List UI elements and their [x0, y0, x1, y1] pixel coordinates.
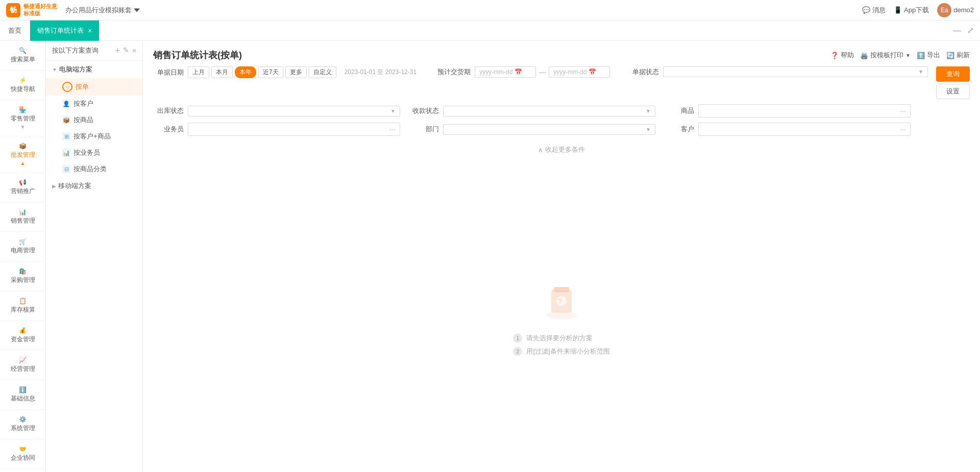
export-icon: ⬆️	[917, 52, 925, 59]
content-area: 按以下方案查询 + ✎ « ▼ 电脑端方案 ○ 按单	[46, 41, 980, 472]
export-btn[interactable]: ⬆️ 导出	[917, 51, 940, 60]
expected-date-label: 预计交货期	[435, 67, 471, 77]
dept-select[interactable]: ▼	[443, 124, 655, 135]
tab-home[interactable]: 首页	[0, 20, 30, 41]
purchase-icon: 🛍️	[19, 268, 27, 275]
scheme-item-by-customer[interactable]: 👤 按客户	[46, 96, 142, 112]
refresh-btn[interactable]: 🔄 刷新	[946, 51, 970, 60]
filter-customer-item: 客户 ···	[664, 123, 911, 136]
filter-section: 单据日期 上月 本月 本年 近7天 更多 自定义 2023-01-01 至 20…	[143, 61, 980, 158]
svg-text:?: ?	[558, 298, 562, 305]
marketing-icon: 📢	[19, 179, 27, 186]
left-panel-header: 按以下方案查询 + ✎ «	[46, 41, 142, 61]
scheme-item-by-customer-goods[interactable]: ⊞ 按客户+商品	[46, 128, 142, 145]
app-download-btn[interactable]: 📱 App下载	[894, 6, 929, 15]
topbar: 畅 畅捷通好生意 标准版 办公用品行业模拟账套 💬 消息 📱 App下载 Ea …	[0, 0, 980, 20]
operations-icon: 📈	[19, 357, 27, 364]
calendar-start-icon: 📅	[514, 68, 522, 76]
date-start-input[interactable]: yyyy-mm-dd 📅	[475, 66, 536, 78]
tab-close-icon[interactable]: ×	[88, 27, 92, 34]
customer-select[interactable]: ···	[698, 123, 911, 136]
scheme-item-by-category[interactable]: ⊟ 按商品分类	[46, 161, 142, 177]
sidebar-item-retail[interactable]: 🏪 零售管理 ▼	[0, 100, 45, 136]
settings-button[interactable]: 设置	[936, 84, 970, 99]
tab-sales-statistics[interactable]: 销售订单统计表 ×	[30, 20, 99, 41]
user-menu[interactable]: Ea demo2	[937, 3, 974, 17]
sidebar-item-finance[interactable]: 💰 资金管理	[0, 321, 45, 350]
sidebar-item-operations[interactable]: 📈 经营管理	[0, 350, 45, 380]
sidebar-item-guide[interactable]: 🎯 新手引导	[0, 469, 45, 472]
page-header-actions: ❓ 帮助 🖨️ 按模板打印 ▼ ⬆️ 导出 🔄 刷新	[830, 51, 970, 60]
query-button[interactable]: 查询	[936, 66, 970, 82]
date-custom[interactable]: 自定义	[309, 66, 336, 78]
bill-status-label: 单据状态	[628, 67, 659, 77]
sidebar-item-purchase[interactable]: 🛍️ 采购管理	[0, 262, 45, 291]
filter-salesperson-item: 业务员 ···	[153, 123, 400, 136]
search-icon: 🔍	[19, 47, 27, 54]
date-last-month[interactable]: 上月	[188, 66, 209, 78]
date-more[interactable]: 更多	[285, 66, 307, 78]
add-scheme-icon[interactable]: +	[115, 46, 120, 55]
sidebar-item-ecommerce[interactable]: 🛒 电商管理	[0, 232, 45, 262]
ecommerce-icon: 🛒	[19, 238, 27, 245]
filter-date-item: 单据日期 上月 本月 本年 近7天 更多 自定义 2023-01-01 至 20…	[153, 66, 416, 78]
minimize-icon[interactable]: —	[953, 26, 961, 35]
sidebar: 🔍 搜索菜单 ⚡ 快捷导航 🏪 零售管理 ▼ 📦 批发管理 ▲ 📢 营销推广 📊…	[0, 41, 46, 472]
filter-delivery-item: 出库状态 ▼	[153, 106, 400, 116]
avatar: Ea	[937, 3, 951, 17]
sidebar-item-basic[interactable]: ℹ️ 基础信息	[0, 380, 45, 410]
date-this-year[interactable]: 本年	[235, 66, 256, 78]
delivery-select[interactable]: ▼	[188, 106, 400, 116]
org-selector[interactable]: 办公用品行业模拟账套	[65, 6, 140, 15]
sidebar-item-system[interactable]: ⚙️ 系统管理	[0, 410, 45, 439]
date-label: 单据日期	[153, 68, 184, 77]
sidebar-item-wholesale[interactable]: 📦 批发管理 ▲	[0, 136, 45, 173]
collapse-up-icon: ∧	[538, 146, 543, 154]
salesperson-label: 业务员	[153, 125, 184, 134]
goods-label: 商品	[664, 106, 694, 115]
sales-icon: 📊	[19, 208, 27, 216]
system-icon: ⚙️	[19, 416, 27, 423]
goods-select[interactable]: ···	[698, 104, 911, 117]
left-panel-tools: + ✎ «	[115, 46, 136, 55]
mobile-group-header[interactable]: ▶ 移动端方案	[46, 177, 142, 195]
sidebar-item-marketing[interactable]: 📢 营销推广	[0, 173, 45, 202]
sidebar-item-search[interactable]: 🔍 搜索菜单	[0, 41, 45, 70]
pc-group-header[interactable]: ▼ 电脑端方案	[46, 61, 142, 78]
delivery-arrow-icon: ▼	[390, 108, 396, 114]
collection-label: 收款状态	[408, 106, 439, 115]
filter-expected-date-item: 预计交货期 yyyy-mm-dd 📅 — yyyy-mm-dd 📅	[435, 66, 610, 78]
sidebar-item-sales[interactable]: 📊 销售管理	[0, 202, 45, 232]
left-panel: 按以下方案查询 + ✎ « ▼ 电脑端方案 ○ 按单	[46, 41, 143, 472]
edit-scheme-icon[interactable]: ✎	[123, 46, 129, 55]
scheme-item-by-bill[interactable]: ○ 按单	[46, 78, 142, 96]
sidebar-item-inventory[interactable]: 📋 库存核算	[0, 291, 45, 321]
template-print-btn[interactable]: 🖨️ 按模板打印 ▼	[860, 51, 911, 60]
collapse-button[interactable]: ∧ 收起更多条件	[538, 145, 585, 154]
collapse-panel-icon[interactable]: «	[132, 46, 136, 55]
scheme-list: ▼ 电脑端方案 ○ 按单 👤 按客户 📦 按商品 ⊞	[46, 61, 142, 472]
date-this-month[interactable]: 本月	[211, 66, 233, 78]
bill-status-arrow-icon: ▼	[918, 69, 923, 75]
sidebar-item-collab[interactable]: 🤝 企业协同	[0, 439, 45, 469]
collection-select[interactable]: ▼	[443, 106, 655, 116]
bill-status-select[interactable]: ▼	[663, 66, 928, 77]
empty-tips: 1 请先选择要分析的方案 2 用[过滤]条件来缩小分析范围	[513, 334, 609, 356]
salesperson-select[interactable]: ···	[188, 123, 400, 136]
filter-bill-status-item: 单据状态 ▼	[628, 66, 928, 77]
scheme-item-by-salesperson[interactable]: 📊 按业务员	[46, 145, 142, 161]
sidebar-item-shortcuts[interactable]: ⚡ 快捷导航	[0, 70, 45, 100]
retail-arrow-icon: ▼	[20, 124, 26, 130]
topbar-right: 💬 消息 📱 App下载 Ea demo2	[862, 3, 974, 17]
date-end-input[interactable]: yyyy-mm-dd 📅	[549, 66, 610, 78]
date-last-7-days[interactable]: 近7天	[258, 66, 283, 78]
by-customer-goods-icon: ⊞	[62, 132, 70, 140]
maximize-icon[interactable]: ⤢	[967, 26, 974, 35]
customer-label: 客户	[664, 125, 694, 134]
collapse-bar[interactable]: ∧ 收起更多条件	[143, 141, 980, 158]
scheme-item-by-goods[interactable]: 📦 按商品	[46, 112, 142, 128]
collab-icon: 🤝	[19, 445, 27, 453]
empty-illustration: ?	[536, 274, 587, 325]
help-btn[interactable]: ❓ 帮助	[830, 51, 854, 60]
message-btn[interactable]: 💬 消息	[862, 6, 886, 15]
